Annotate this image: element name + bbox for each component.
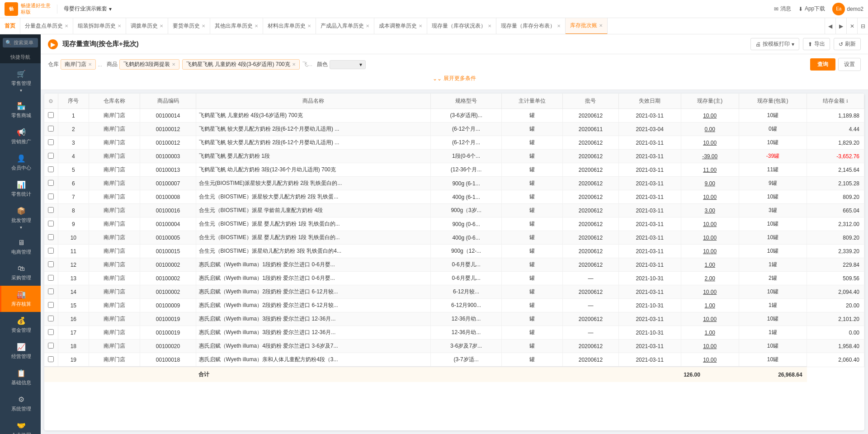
tab-material-out[interactable]: 材料出库单历史 ✕: [263, 18, 316, 34]
tab-product-in[interactable]: 产成品入库单历史 ✕: [316, 18, 374, 34]
row-checkbox[interactable]: [44, 177, 58, 190]
tab-next-btn[interactable]: ▶: [835, 18, 846, 34]
row-checkbox[interactable]: [44, 123, 58, 136]
tab-batch-query[interactable]: 库存批次账 ✕: [566, 18, 608, 34]
product-tag-1-remove[interactable]: ✕: [292, 62, 296, 67]
sidebar-item-shop[interactable]: 🏪 零售商城: [0, 97, 41, 123]
tab-cost-adjust[interactable]: 成本调整单历史 ✕: [374, 18, 427, 34]
product-tag-0-remove[interactable]: ✕: [172, 62, 175, 67]
tab-prev-btn[interactable]: ◀: [825, 18, 835, 34]
row-qty-main[interactable]: 10.00: [681, 245, 739, 258]
row-checkbox[interactable]: [44, 272, 58, 285]
tab-other-out[interactable]: 其他出库单历史 ✕: [210, 18, 263, 34]
row-checkbox[interactable]: [44, 285, 58, 299]
export-btn[interactable]: ⬆ 导出: [803, 38, 830, 50]
tab-inventory-dist[interactable]: 现存量（库存分布表） ✕: [496, 18, 566, 34]
tab-split-record[interactable]: 分量盘点单历史 ✕: [20, 18, 73, 34]
row-checkbox[interactable]: [44, 312, 58, 326]
row-checkbox[interactable]: [44, 190, 58, 204]
sidebar-item-inventory[interactable]: 🏭 库存核算: [0, 286, 41, 312]
tab-close-other-out[interactable]: ✕: [255, 24, 258, 28]
row-checkbox[interactable]: [44, 163, 58, 177]
row-checkbox[interactable]: [44, 340, 58, 353]
refresh-btn[interactable]: ↺ 刷新: [834, 38, 861, 50]
settings-btn[interactable]: 设置: [838, 58, 861, 71]
warehouse-remove-icon[interactable]: ✕: [88, 62, 92, 67]
color-select[interactable]: [330, 60, 366, 69]
balance-info-icon[interactable]: ℹ: [846, 99, 848, 104]
row-qty-main[interactable]: 9.00: [681, 177, 739, 190]
row-checkbox[interactable]: [44, 326, 58, 340]
row-checkbox[interactable]: [44, 136, 58, 150]
tab-close-product-in[interactable]: ✕: [366, 24, 369, 28]
tab-close-cost-adjust[interactable]: ✕: [419, 24, 422, 28]
row-qty-main[interactable]: 10.00: [681, 109, 739, 123]
tab-close-all-btn[interactable]: ✕: [846, 18, 857, 34]
warehouse-ellipsis[interactable]: ...: [98, 61, 102, 68]
tab-requisition[interactable]: 要货单历史 ✕: [168, 18, 210, 34]
row-qty-main[interactable]: 10.00: [681, 136, 739, 150]
warehouse-tag[interactable]: 南岸门店 ✕: [61, 59, 96, 70]
print-btn[interactable]: 🖨 按模板打印 ▾: [750, 38, 799, 50]
sidebar-item-retail[interactable]: 🛒 零售管理 ▼: [0, 65, 41, 97]
sidebar-item-basic[interactable]: 📋 基础信息: [0, 364, 41, 391]
row-qty-main[interactable]: 10.00: [681, 217, 739, 231]
sidebar-item-member[interactable]: 👤 会员中心: [0, 150, 41, 176]
tab-close-disassemble[interactable]: ✕: [118, 24, 121, 28]
row-qty-main[interactable]: 2.00: [681, 272, 739, 285]
row-qty-main[interactable]: 10.00: [681, 231, 739, 245]
sidebar-item-ecommerce[interactable]: 🖥 电商管理: [0, 234, 41, 260]
row-qty-main[interactable]: 11.00: [681, 163, 739, 177]
row-qty-main[interactable]: 1.00: [681, 326, 739, 340]
tab-close-inventory-dist[interactable]: ✕: [557, 24, 561, 28]
query-btn[interactable]: 查询: [810, 58, 835, 71]
user-profile[interactable]: Ea demo2: [832, 3, 863, 15]
expand-conditions-btn[interactable]: ⌄⌄ 展开更多条件: [429, 73, 480, 84]
tab-close-requisition[interactable]: ✕: [202, 24, 205, 28]
quick-nav-item[interactable]: 快捷导航: [0, 51, 41, 63]
tab-close-material-out[interactable]: ✕: [307, 24, 311, 28]
tab-inventory-status[interactable]: 现存量（库存状况表） ✕: [427, 18, 496, 34]
tab-close-split[interactable]: ✕: [65, 24, 68, 28]
sidebar-item-marketing[interactable]: 📢 营销推广: [0, 123, 41, 150]
sidebar-item-system[interactable]: ⚙ 系统管理: [0, 391, 41, 417]
row-qty-main[interactable]: -39.00: [681, 150, 739, 163]
row-checkbox[interactable]: [44, 231, 58, 245]
row-qty-main[interactable]: 10.00: [681, 340, 739, 353]
row-qty-main[interactable]: 10.00: [681, 285, 739, 299]
product-tag-0[interactable]: 飞鹤奶粉3段两提装 ✕: [119, 59, 179, 70]
tab-transfer[interactable]: 调拨单历史 ✕: [126, 18, 168, 34]
tab-home[interactable]: 首页: [0, 18, 20, 34]
product-tag-1[interactable]: 飞鹤星飞帆 儿童奶粉 4段(3-6岁适用) 700克 ✕: [182, 59, 300, 70]
row-qty-main[interactable]: 1.00: [681, 258, 739, 272]
message-btn[interactable]: ✉ 消息: [774, 5, 791, 13]
sidebar-item-retail-stat[interactable]: 📊 零售统计: [0, 176, 41, 202]
sidebar-item-finance[interactable]: 💰 资金管理: [0, 312, 41, 338]
sidebar-item-wholesale[interactable]: 📦 批发管理 ▼: [0, 202, 41, 234]
sidebar-item-business[interactable]: 📈 经营管理: [0, 338, 41, 364]
sidebar-item-corp[interactable]: 🤝 企业协同: [0, 417, 41, 434]
expand-btn[interactable]: ▶: [48, 39, 58, 49]
row-checkbox[interactable]: [44, 299, 58, 312]
row-qty-main[interactable]: 3.00: [681, 204, 739, 217]
row-checkbox[interactable]: [44, 217, 58, 231]
row-checkbox[interactable]: [44, 109, 58, 123]
row-checkbox[interactable]: [44, 353, 58, 367]
row-qty-main[interactable]: 10.00: [681, 312, 739, 326]
gear-icon[interactable]: ⚙: [48, 98, 53, 104]
row-checkbox[interactable]: [44, 258, 58, 272]
app-download-btn[interactable]: ⬇ App下载: [798, 5, 825, 13]
row-qty-main[interactable]: 10.00: [681, 353, 739, 367]
row-checkbox[interactable]: [44, 150, 58, 163]
tab-close-inventory-status[interactable]: ✕: [488, 24, 491, 28]
tab-close-transfer[interactable]: ✕: [160, 24, 163, 28]
row-checkbox[interactable]: [44, 245, 58, 258]
tab-disassemble[interactable]: 组装拆卸单历史 ✕: [73, 18, 126, 34]
row-qty-main[interactable]: 1.00: [681, 299, 739, 312]
tab-menu-btn[interactable]: ⊟: [857, 18, 868, 34]
account-select[interactable]: 母婴行业演示账套 ▾: [64, 5, 112, 13]
row-qty-main[interactable]: 10.00: [681, 190, 739, 204]
row-checkbox[interactable]: [44, 204, 58, 217]
product-tag-more[interactable]: 飞...: [302, 61, 312, 68]
tab-close-batch-query[interactable]: ✕: [599, 23, 603, 28]
